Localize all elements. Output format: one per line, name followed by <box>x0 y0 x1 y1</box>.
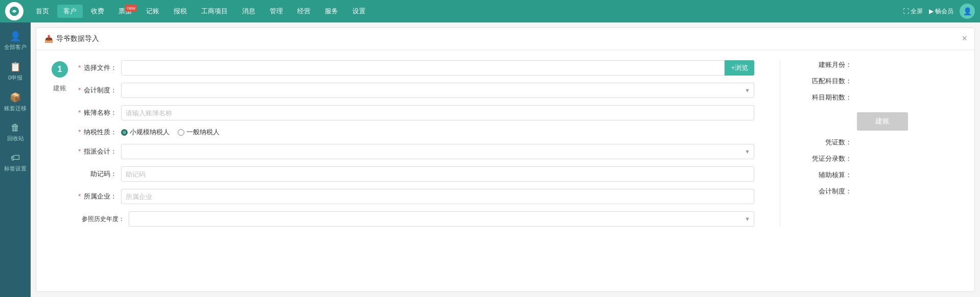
voucher-entries-label: 凭证分录数： <box>806 154 852 163</box>
voucher-entries-row: 凭证分录数： <box>806 154 959 163</box>
nav-item-management[interactable]: 管理 <box>264 5 289 18</box>
accounting-system-select-wrap: ▼ <box>121 83 754 98</box>
sidebar: 👤 全部客户 📋 0申报 📦 账套迁移 🗑 回收站 🏷 标签设置 <box>0 22 31 297</box>
sidebar-item-migration[interactable]: 📦 账套迁移 <box>0 88 31 116</box>
new-badge: new <box>125 5 137 12</box>
nav-item-operation[interactable]: 经营 <box>291 5 317 18</box>
reference-year-select[interactable] <box>129 211 754 227</box>
reference-year-select-wrap: ▼ <box>129 211 754 227</box>
nav-item-tax[interactable]: 报税 <box>168 5 193 18</box>
memo-code-input[interactable] <box>121 166 754 182</box>
step-badge: 1 <box>52 61 68 78</box>
required-star3: * <box>78 109 81 116</box>
voucher-count-label: 凭证数： <box>806 138 852 147</box>
left-section: 1 建账 * 选择文件： <box>52 60 754 227</box>
sidebar-item-declaration[interactable]: 📋 0申报 <box>0 57 31 86</box>
tax-type-small-scale[interactable]: 小规模纳税人 <box>121 128 170 137</box>
reference-year-label: 参照历史年度： <box>76 215 125 224</box>
accounting-system-select[interactable] <box>121 83 754 98</box>
file-input[interactable] <box>121 60 725 76</box>
assign-accountant-select-wrap: ▼ <box>121 144 754 159</box>
required-star4: * <box>78 128 81 136</box>
memo-code-label: 助记码： <box>76 169 117 179</box>
nav-item-business[interactable]: 工商项目 <box>195 5 234 18</box>
assign-accountant-label: * 指派会计： <box>76 147 117 156</box>
right-form: 建账月份： 匹配科目数： 科目期初数： 建账 <box>806 60 959 227</box>
memo-code-row: 助记码： <box>76 166 754 182</box>
accounting-system-row: * 会计制度： ▼ <box>76 83 754 98</box>
nav-item-home[interactable]: 首页 <box>30 5 55 18</box>
owner-company-label: * 所属企业： <box>76 192 117 201</box>
dialog-area: 📥 导爷数据导入 × 1 建账 <box>36 28 975 292</box>
required-star6: * <box>78 192 81 200</box>
sidebar-item-all-clients[interactable]: 👤 全部客户 <box>0 27 31 55</box>
dialog-body: 1 建账 * 选择文件： <box>36 50 974 237</box>
nav-item-invoice[interactable]: 票据 new <box>112 5 138 18</box>
declaration-icon: 📋 <box>10 61 21 72</box>
fullscreen-icon: ⛶ <box>903 8 909 15</box>
file-input-wrap: +浏览 <box>121 60 754 76</box>
nav-item-fees[interactable]: 收费 <box>85 5 110 18</box>
file-row: * 选择文件： +浏览 <box>76 60 754 76</box>
right-accounting-system-label: 会计制度： <box>806 187 852 196</box>
required-star: * <box>78 64 81 71</box>
initial-subject-row: 科目期初数： <box>806 93 959 102</box>
divider <box>780 60 780 227</box>
main-layout: 👤 全部客户 📋 0申报 📦 账套迁移 🗑 回收站 🏷 标签设置 📥 导爷数据导… <box>0 22 980 297</box>
aux-accounting-label: 辅助核算： <box>806 170 852 180</box>
nav-item-message[interactable]: 消息 <box>236 5 261 18</box>
migration-icon: 📦 <box>10 92 21 103</box>
build-account-button[interactable]: 建账 <box>857 112 908 131</box>
aux-accounting-row: 辅助核算： <box>806 170 959 180</box>
tags-icon: 🏷 <box>11 153 20 163</box>
tax-type-row: * 纳税性质： 小规模纳税人 <box>76 128 754 137</box>
dialog-header: 📥 导爷数据导入 <box>36 28 974 50</box>
sidebar-item-recycle[interactable]: 🗑 回收站 <box>0 118 31 146</box>
voucher-count-row: 凭证数： <box>806 138 959 147</box>
member-btn[interactable]: ▶ 畅会员 <box>929 7 953 16</box>
app-logo[interactable] <box>5 2 23 20</box>
nav-item-client[interactable]: 客户 <box>57 5 83 18</box>
assign-accountant-select[interactable] <box>121 144 754 159</box>
fullscreen-btn[interactable]: ⛶ 全屏 <box>903 7 923 16</box>
match-subject-label: 匹配科目数： <box>806 77 852 86</box>
required-star5: * <box>78 147 81 155</box>
reference-year-row: 参照历史年度： ▼ <box>76 211 754 227</box>
dialog-title: 导爷数据导入 <box>56 34 99 43</box>
content-area: 📥 导爷数据导入 × 1 建账 <box>31 22 980 297</box>
step-indicator: 1 建账 <box>52 60 68 227</box>
form-section: 1 建账 * 选择文件： <box>52 60 959 227</box>
tax-type-general[interactable]: 一般纳税人 <box>178 128 220 137</box>
all-clients-icon: 👤 <box>10 31 21 42</box>
tax-type-label: * 纳税性质： <box>76 128 117 137</box>
ledger-name-label: * 账簿名称： <box>76 108 117 117</box>
nav-item-settings[interactable]: 设置 <box>346 5 372 18</box>
accounting-system-label: * 会计制度： <box>76 86 117 95</box>
required-star2: * <box>78 86 81 94</box>
top-nav: 首页 客户 收费 票据 new 记账 报税 工商项目 消息 管理 经营 服务 设… <box>0 0 980 22</box>
close-button[interactable]: × <box>962 33 967 44</box>
build-month-row: 建账月份： <box>806 60 959 69</box>
owner-company-input[interactable] <box>121 189 754 204</box>
file-label: * 选择文件： <box>76 63 117 72</box>
ledger-name-input[interactable] <box>121 105 754 120</box>
nav-right: ⛶ 全屏 ▶ 畅会员 👤 <box>903 4 975 19</box>
nav-item-bookkeeping[interactable]: 记账 <box>140 5 165 18</box>
step-label: 建账 <box>53 84 66 93</box>
build-month-label: 建账月份： <box>806 60 852 69</box>
sidebar-item-tags[interactable]: 🏷 标签设置 <box>0 148 31 177</box>
import-icon: 📥 <box>44 35 53 43</box>
play-icon: ▶ <box>929 8 934 15</box>
nav-item-service[interactable]: 服务 <box>319 5 344 18</box>
form-rows: * 选择文件： +浏览 * <box>76 60 754 227</box>
match-subject-row: 匹配科目数： <box>806 77 959 86</box>
recycle-icon: 🗑 <box>11 122 20 133</box>
avatar[interactable]: 👤 <box>960 4 975 19</box>
assign-accountant-row: * 指派会计： ▼ <box>76 144 754 159</box>
tax-type-radio-group: 小规模纳税人 一般纳税人 <box>121 128 754 137</box>
owner-company-row: * 所属企业： <box>76 189 754 204</box>
initial-subject-label: 科目期初数： <box>806 93 852 102</box>
ledger-name-row: * 账簿名称： <box>76 105 754 120</box>
right-accounting-system-row: 会计制度： <box>806 187 959 196</box>
browse-button[interactable]: +浏览 <box>725 60 754 76</box>
